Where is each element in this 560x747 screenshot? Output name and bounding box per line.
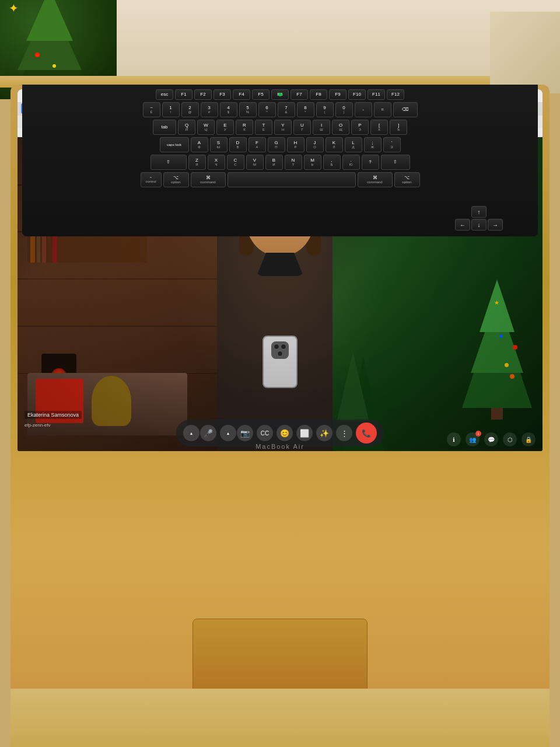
- right-command-key[interactable]: ⌘command: [358, 172, 393, 187]
- people-button[interactable]: 👥 1: [466, 432, 480, 446]
- c-key[interactable]: CС: [227, 155, 244, 170]
- lbracket-key[interactable]: [Х: [370, 120, 388, 135]
- 8-key[interactable]: 8*: [297, 102, 314, 117]
- minus-key[interactable]: -: [355, 102, 372, 117]
- q-key[interactable]: QЙ: [178, 120, 195, 135]
- emoji-icon: 😊: [280, 429, 289, 438]
- j-key[interactable]: JО: [306, 137, 324, 152]
- f10-key[interactable]: F10: [348, 89, 366, 100]
- zxcv-key-row: ⇧ ZЯ XЧ CС VМ BИ NТ MЬ ,Б .Ю ? ⇧: [28, 155, 532, 170]
- comma-key[interactable]: ,Б: [323, 155, 341, 170]
- chat-icon: 💬: [488, 437, 495, 443]
- f3-key[interactable]: F3: [214, 89, 231, 100]
- w-key[interactable]: WЦ: [197, 120, 215, 135]
- 3-key[interactable]: 3#: [201, 102, 218, 117]
- f1-key[interactable]: F1: [175, 89, 192, 100]
- u-key[interactable]: UГ: [293, 120, 311, 135]
- x-key[interactable]: XЧ: [208, 155, 225, 170]
- safety-icon: 🔒: [525, 437, 532, 443]
- f7-key[interactable]: F7: [290, 89, 308, 100]
- desk-bottom: [10, 689, 550, 747]
- activities-button[interactable]: ⬡: [503, 432, 517, 446]
- period-key[interactable]: .Ю: [342, 155, 360, 170]
- capslock-key[interactable]: caps lock: [160, 137, 189, 152]
- 4-key[interactable]: 4$: [220, 102, 237, 117]
- d-key[interactable]: DВ: [229, 137, 247, 152]
- emoji-button[interactable]: 😊: [276, 425, 293, 441]
- left-command-key[interactable]: ⌘command: [191, 172, 226, 187]
- f2-key[interactable]: F2: [194, 89, 212, 100]
- g-key[interactable]: GП: [268, 137, 285, 152]
- right-option-key[interactable]: ⌥option: [394, 172, 420, 187]
- right-shift-key[interactable]: ⇧: [381, 155, 410, 170]
- y-key[interactable]: YН: [274, 120, 292, 135]
- f4-key[interactable]: F4: [233, 89, 250, 100]
- v-key[interactable]: VМ: [246, 155, 264, 170]
- info-button[interactable]: ℹ: [447, 432, 461, 446]
- 0-key[interactable]: 0): [335, 102, 353, 117]
- mic-group: ▲ 🎤: [183, 425, 216, 441]
- a-key[interactable]: AФ: [191, 137, 208, 152]
- tilde-key[interactable]: ~Ё: [143, 102, 160, 117]
- n-key[interactable]: NТ: [285, 155, 302, 170]
- space-key[interactable]: [228, 172, 356, 187]
- 5-key[interactable]: 5%: [239, 102, 257, 117]
- i-key[interactable]: IШ: [313, 120, 330, 135]
- z-key[interactable]: ZЯ: [188, 155, 206, 170]
- esc-key[interactable]: esc: [156, 89, 173, 100]
- right-arrow-key[interactable]: →: [488, 219, 503, 231]
- 6-key[interactable]: 6^: [258, 102, 276, 117]
- left-shift-key[interactable]: ⇧: [150, 155, 187, 170]
- f-key[interactable]: FА: [249, 137, 266, 152]
- desk-right-area: [490, 12, 560, 93]
- mic-icon: 🎤: [204, 429, 213, 438]
- more-options-button[interactable]: ⋮: [336, 425, 352, 441]
- tab-key[interactable]: tab: [153, 120, 176, 135]
- mic-button[interactable]: 🎤: [200, 425, 216, 441]
- 1-key[interactable]: 1!: [162, 102, 180, 117]
- h-key[interactable]: HР: [287, 137, 304, 152]
- r-key[interactable]: RК: [236, 120, 253, 135]
- chat-button[interactable]: 💬: [484, 432, 498, 446]
- 2-key[interactable]: 2@: [181, 102, 199, 117]
- camera-button[interactable]: 📷: [237, 425, 253, 441]
- left-option-key[interactable]: ⌥option: [163, 172, 189, 187]
- end-call-icon: 📞: [362, 429, 371, 438]
- left-arrow-key[interactable]: ←: [455, 219, 470, 231]
- s-key[interactable]: SЫ: [210, 137, 228, 152]
- down-arrow-key[interactable]: ↓: [471, 219, 487, 231]
- semicolon-key[interactable]: ;Ж: [364, 137, 382, 152]
- f12-key[interactable]: F12: [387, 89, 404, 100]
- l-key[interactable]: LД: [345, 137, 362, 152]
- safety-button[interactable]: 🔒: [522, 432, 536, 446]
- up-arrow-key[interactable]: ↑: [471, 206, 487, 218]
- f11-key[interactable]: F11: [368, 89, 385, 100]
- asdf-key-row: caps lock AФ SЫ DВ FА GП HР JО KЛ LД ;Ж …: [28, 137, 532, 152]
- t-key[interactable]: TЕ: [255, 120, 272, 135]
- 7-key[interactable]: 7&: [278, 102, 295, 117]
- rbracket-key[interactable]: ]Ъ: [390, 120, 407, 135]
- more-icon: ⋮: [341, 429, 348, 438]
- effects-button[interactable]: ✨: [316, 425, 332, 441]
- p-key[interactable]: PЗ: [351, 120, 369, 135]
- e-key[interactable]: EУ: [216, 120, 234, 135]
- end-call-button[interactable]: 📞: [356, 423, 377, 444]
- b-key[interactable]: BИ: [265, 155, 283, 170]
- o-key[interactable]: OЩ: [332, 120, 349, 135]
- slash-key[interactable]: ?: [362, 155, 379, 170]
- control-key[interactable]: ^control: [141, 172, 162, 187]
- mic-expand-button[interactable]: ▲: [183, 425, 200, 441]
- k-key[interactable]: KЛ: [326, 137, 343, 152]
- 9-key[interactable]: 9(: [316, 102, 334, 117]
- backspace-key[interactable]: ⌫: [393, 102, 418, 117]
- captions-button[interactable]: CC: [257, 425, 273, 441]
- quote-key[interactable]: 'Э: [383, 137, 401, 152]
- f9-key[interactable]: F9: [329, 89, 346, 100]
- mic-arrow-icon: ▲: [188, 430, 194, 436]
- present-button[interactable]: ⬜: [296, 425, 313, 441]
- camera-expand-button[interactable]: ▲: [220, 425, 236, 441]
- equals-key[interactable]: =: [374, 102, 391, 117]
- m-key[interactable]: MЬ: [304, 155, 321, 170]
- f5-key[interactable]: F5: [252, 89, 270, 100]
- f8-key[interactable]: F8: [310, 89, 327, 100]
